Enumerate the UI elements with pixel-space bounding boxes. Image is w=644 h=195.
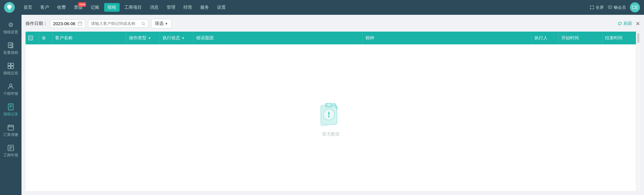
search-icon — [141, 21, 145, 26]
th-gear[interactable]: ⚙ — [39, 32, 52, 44]
nav-service[interactable]: 服务 — [197, 3, 212, 12]
th-operation-type[interactable]: 操作类型 ▼ — [126, 32, 160, 44]
th-tax-type: 税种 — [363, 32, 532, 44]
svg-rect-15 — [78, 22, 82, 26]
tax-record-icon — [7, 103, 15, 111]
top-navigation: 首页 客户 收费 票据 new 记账 报税 工商项目 消息 管理 经营 服务 设… — [0, 0, 644, 15]
new-badge: new — [78, 2, 86, 7]
sidebar-item-personal-tax[interactable]: 个税申报 — [0, 80, 22, 99]
app-logo[interactable] — [4, 2, 15, 13]
toolbar: 操作日期： 2023-06-06 筛选 ▼ 刷新 ✕ — [26, 19, 640, 28]
refresh-button[interactable]: 刷新 — [617, 21, 632, 27]
nav-bookkeeping[interactable]: 记账 — [87, 3, 103, 12]
th-start-time: 开始时间 — [559, 32, 602, 44]
table-inner: ⚙ 客户名称 操作类型 ▼ 执行状态 ▼ — [26, 32, 640, 191]
sidebar-item-tax-overview[interactable]: 报税总览 — [0, 59, 22, 78]
svg-rect-9 — [8, 104, 13, 110]
th-execute-status[interactable]: 执行状态 ▼ — [160, 32, 194, 44]
sidebar-item-annual-report[interactable]: 工商年报 — [0, 141, 22, 160]
nav-business[interactable]: 工商项目 — [121, 3, 145, 12]
table-body: 暂无数据 — [26, 44, 636, 191]
main-content: 操作日期： 2023-06-06 筛选 ▼ 刷新 ✕ — [22, 15, 644, 195]
date-value: 2023-06-06 — [53, 21, 76, 26]
table-container: ⚙ 客户名称 操作类型 ▼ 执行状态 ▼ — [26, 32, 640, 191]
empty-text: 暂无数据 — [322, 131, 340, 137]
svg-rect-5 — [11, 63, 13, 66]
calendar-icon — [78, 21, 82, 26]
empty-illustration — [316, 98, 346, 128]
refresh-icon — [617, 21, 622, 26]
svg-rect-13 — [8, 125, 14, 130]
empty-state: 暂无数据 — [316, 98, 346, 137]
main-layout: ⚙ 报税设置 批量报税 报税总览 个税申报 报税记录 — [0, 15, 644, 195]
filter-arrow-icon: ▼ — [181, 36, 185, 40]
nav-ticket[interactable]: 票据 new — [71, 3, 86, 12]
scrollbar[interactable] — [636, 32, 640, 191]
fullscreen-btn[interactable]: 全屏 — [590, 5, 604, 10]
filter-button[interactable]: 筛选 ▼ — [151, 19, 172, 28]
personal-tax-icon — [7, 82, 15, 90]
svg-point-27 — [319, 124, 328, 127]
sidebar-item-tax-settings[interactable]: ⚙ 报税设置 — [0, 18, 22, 37]
close-button[interactable]: ✕ — [636, 21, 640, 27]
th-error-reason: 错误股因 — [194, 32, 363, 44]
search-input[interactable] — [91, 21, 140, 26]
table-main: ⚙ 客户名称 操作类型 ▼ 执行状态 ▼ — [26, 32, 636, 191]
svg-rect-7 — [11, 66, 13, 69]
toolbar-right: 刷新 ✕ — [617, 21, 640, 27]
select-all-checkbox[interactable] — [28, 36, 33, 40]
tax-settings-icon: ⚙ — [7, 21, 15, 29]
member-btn[interactable]: 畅会员 — [608, 5, 626, 10]
svg-point-16 — [142, 22, 144, 25]
date-input[interactable]: 2023-06-06 — [50, 20, 85, 28]
table-header: ⚙ 客户名称 操作类型 ▼ 执行状态 ▼ — [26, 32, 636, 44]
annual-report-icon — [7, 144, 15, 152]
top-nav-right: 全屏 畅会员 CE — [590, 2, 640, 12]
annual-settle-icon — [7, 123, 15, 131]
th-executor: 执行人 — [532, 32, 559, 44]
sidebar-item-tax-record[interactable]: 报税记录 — [0, 100, 22, 119]
nav-customer[interactable]: 客户 — [37, 3, 52, 12]
svg-point-23 — [328, 116, 330, 117]
svg-rect-6 — [8, 66, 10, 69]
tax-overview-icon — [7, 62, 15, 70]
sidebar-item-batch-tax[interactable]: 批量报税 — [0, 39, 22, 58]
filter-arrow-icon: ▼ — [148, 36, 151, 40]
user-avatar[interactable]: CE — [630, 2, 640, 12]
nav-message[interactable]: 消息 — [146, 3, 162, 12]
svg-point-8 — [9, 84, 12, 86]
batch-tax-icon — [7, 41, 15, 49]
svg-rect-1 — [8, 43, 12, 48]
svg-rect-4 — [8, 63, 10, 66]
sidebar: ⚙ 报税设置 批量报税 报税总览 个税申报 报税记录 — [0, 15, 22, 195]
date-label: 操作日期： — [26, 21, 47, 27]
nav-tax[interactable]: 报税 — [104, 3, 120, 12]
search-input-wrap[interactable] — [88, 20, 148, 28]
th-checkbox[interactable] — [26, 32, 39, 44]
svg-rect-20 — [327, 104, 330, 106]
nav-fee[interactable]: 收费 — [54, 3, 69, 12]
scroll-thumb[interactable] — [637, 33, 639, 43]
th-end-time: 结束时间 — [602, 32, 636, 44]
nav-operation[interactable]: 经营 — [180, 3, 196, 12]
nav-items: 首页 客户 收费 票据 new 记账 报税 工商项目 消息 管理 经营 服务 设… — [20, 3, 590, 12]
svg-rect-0 — [608, 6, 612, 8]
nav-home[interactable]: 首页 — [20, 3, 36, 12]
svg-line-17 — [144, 24, 145, 25]
chevron-down-icon: ▼ — [165, 22, 168, 26]
sidebar-item-annual-settle[interactable]: 汇算清缴 — [0, 121, 22, 140]
gear-icon[interactable]: ⚙ — [42, 35, 46, 41]
th-customer-name: 客户名称 — [52, 32, 126, 44]
nav-settings[interactable]: 设置 — [214, 3, 229, 12]
nav-manage[interactable]: 管理 — [163, 3, 179, 12]
